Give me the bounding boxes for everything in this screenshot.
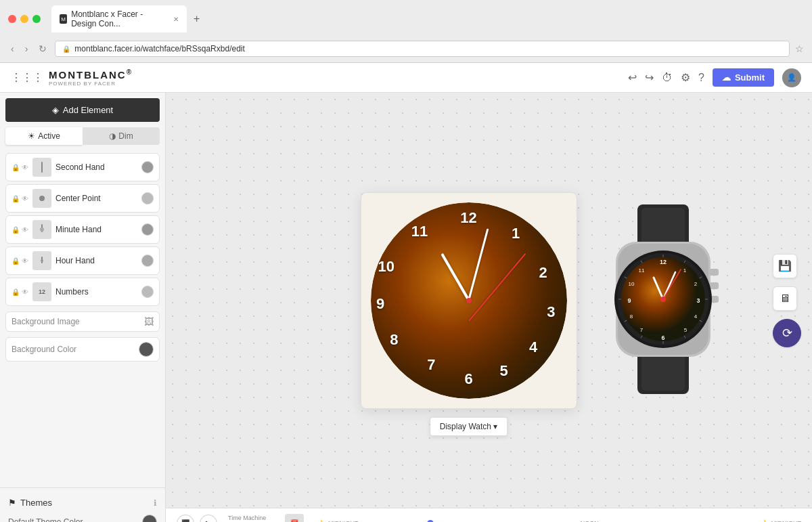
redo-button[interactable]: ↪ — [645, 71, 654, 84]
layer-icons: 🔒 👁 — [12, 195, 28, 202]
layer-item-hour-hand[interactable]: 🔒 👁 Hour Hand — [5, 246, 160, 275]
svg-text:3: 3 — [696, 297, 700, 304]
timeline-thumb — [427, 520, 434, 523]
maximize-traffic-light[interactable] — [32, 15, 41, 23]
svg-rect-12 — [709, 269, 719, 276]
background-image-item[interactable]: Background Image 🖼 — [5, 311, 160, 332]
layer-item-second-hand[interactable]: 🔒 👁 Second Hand — [5, 153, 160, 181]
watch-svg: 12 3 6 9 1 2 4 5 7 8 10 11 — [595, 204, 731, 394]
submit-label: Submit — [735, 72, 765, 83]
visibility-icon: 👁 — [22, 195, 28, 202]
themes-label: ⚑ Themes — [8, 498, 52, 508]
active-tab[interactable]: M Montblanc x Facer - Design Con... ✕ — [51, 5, 187, 32]
background-color-dot[interactable] — [139, 342, 154, 357]
lock-icon: 🔒 — [12, 288, 20, 296]
layer-name: Center Point — [55, 194, 137, 203]
add-element-label: Add Element — [63, 105, 113, 115]
address-bar[interactable]: 🔒 montblanc.facer.io/watchface/bRSsqaRxb… — [55, 41, 790, 57]
layer-thumbnail — [32, 251, 51, 270]
layer-color[interactable] — [141, 255, 154, 267]
settings-button[interactable]: ⚙ — [681, 71, 690, 84]
visibility-icon: 👁 — [22, 257, 28, 265]
layer-icons: 🔒 👁 — [12, 288, 28, 296]
forward-button[interactable]: › — [22, 41, 31, 57]
close-traffic-light[interactable] — [8, 15, 16, 23]
background-image-label: Background Image — [12, 317, 80, 326]
visibility-icon: 👁 — [22, 288, 28, 296]
layer-thumbnail — [32, 220, 51, 239]
main-content: ◈ Add Element ☀ Active ◑ Dim � — [0, 93, 812, 522]
active-mode-tab[interactable]: ☀ Active — [5, 127, 83, 145]
layer-color[interactable] — [141, 223, 154, 236]
display-watch-button[interactable]: Display Watch ▾ — [430, 417, 508, 436]
header-right: ↩ ↪ ⏱ ⚙ ? ☁ Submit 👤 — [628, 68, 801, 87]
dim-mode-tab[interactable]: ◑ Dim — [83, 127, 160, 145]
save-button[interactable]: 💾 — [773, 254, 797, 278]
add-element-button[interactable]: ◈ Add Element — [5, 98, 160, 122]
avatar-button[interactable]: 👤 — [782, 68, 801, 87]
lock-icon: 🔒 — [12, 226, 20, 234]
minimize-traffic-light[interactable] — [20, 15, 28, 23]
layer-color[interactable] — [141, 192, 154, 204]
time-display: Time Machine 1:07:41 PM — [228, 515, 274, 522]
new-tab-button[interactable]: + — [189, 13, 204, 25]
bookmark-button[interactable]: ☆ — [795, 43, 804, 54]
hour-hand — [441, 253, 470, 301]
app-container: ⋮⋮⋮ MONTBLANC® POWERED BY FACER ↩ ↪ ⏱ ⚙ … — [0, 63, 812, 522]
url-text: montblanc.facer.io/watchface/bRSsqaRxbd/… — [74, 44, 244, 53]
right-panel: 💾 🖥 ⟳ — [773, 254, 801, 347]
active-mode-label: Active — [38, 131, 60, 141]
preview-button[interactable]: 🖥 — [773, 286, 797, 311]
lock-icon: 🔒 — [12, 195, 20, 202]
layer-thumbnail: 12 — [32, 282, 51, 301]
svg-rect-0 — [41, 162, 43, 173]
lock-icon: 🔒 — [12, 257, 20, 265]
tab-close-button[interactable]: ✕ — [173, 16, 179, 23]
themes-icon: ⚑ — [8, 498, 16, 508]
layer-name: Second Hand — [55, 162, 137, 172]
save-icon: 💾 — [778, 259, 792, 272]
svg-text:5: 5 — [684, 327, 687, 333]
noon-label: NOON — [581, 520, 599, 523]
layer-color[interactable] — [141, 161, 154, 173]
background-color-label: Background Color — [12, 345, 76, 354]
bottom-bar: ⬛ ▶ Time Machine 1:07:41 PM 📅 🌙 MIDNIGHT… — [166, 508, 812, 522]
stop-button[interactable]: ⬛ — [177, 515, 194, 523]
midnight-left-label: MIDNIGHT — [328, 520, 359, 523]
submit-button[interactable]: ☁ Submit — [713, 68, 774, 87]
minute-hand — [468, 228, 489, 301]
browser-tabs: M Montblanc x Facer - Design Con... ✕ + — [51, 5, 804, 32]
back-button[interactable]: ‹ — [8, 41, 17, 57]
layer-item-center-point[interactable]: 🔒 👁 Center Point — [5, 184, 160, 213]
clock-background: 12 1 2 3 4 5 6 7 8 9 — [371, 202, 567, 399]
logo-sub: POWERED BY FACER — [49, 81, 116, 87]
svg-text:10: 10 — [629, 281, 635, 287]
layer-color[interactable] — [141, 286, 154, 298]
calendar-icon[interactable]: 📅 — [285, 514, 304, 523]
layer-item-minute-hand[interactable]: 🔒 👁 Minute Hand — [5, 215, 160, 244]
svg-text:4: 4 — [694, 313, 698, 320]
layer-thumbnail — [32, 158, 51, 177]
moon-left-icon: 🌙 — [315, 519, 323, 522]
lock-icon: 🔒 — [62, 45, 70, 53]
play-button[interactable]: ▶ — [200, 515, 217, 523]
history-button[interactable]: ⟳ — [773, 319, 801, 347]
visibility-icon: 👁 — [22, 164, 28, 171]
layer-name: Numbers — [55, 287, 137, 297]
background-color-item[interactable]: Background Color — [5, 337, 160, 362]
help-button[interactable]: ? — [698, 72, 704, 84]
layer-name: Minute Hand — [55, 225, 137, 234]
layer-item-numbers[interactable]: 🔒 👁 12 Numbers — [5, 278, 160, 306]
reload-button[interactable]: ↻ — [36, 41, 49, 57]
sidebar: ◈ Add Element ☀ Active ◑ Dim � — [0, 93, 166, 522]
themes-info-button[interactable]: ℹ — [154, 498, 157, 508]
browser-addressbar: ‹ › ↻ 🔒 montblanc.facer.io/watchface/bRS… — [0, 38, 812, 62]
undo-button[interactable]: ↩ — [628, 71, 637, 84]
hamburger-menu-button[interactable]: ⋮⋮⋮ — [11, 71, 43, 84]
watch-face-preview[interactable]: 12 1 2 3 4 5 6 7 8 9 — [361, 192, 577, 409]
svg-text:9: 9 — [627, 297, 631, 304]
history-button[interactable]: ⏱ — [662, 72, 673, 84]
tab-favicon: M — [60, 14, 67, 24]
timeline: 🌙 MIDNIGHT NOON 🌙 MIDNIGHT — [315, 519, 801, 522]
theme-color-dot[interactable] — [142, 515, 157, 522]
